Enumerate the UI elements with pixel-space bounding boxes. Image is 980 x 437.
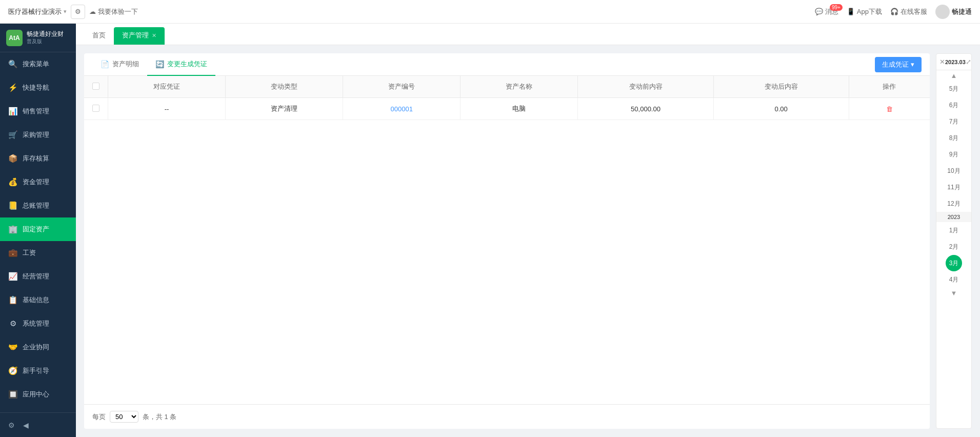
cal-active-month-btn[interactable]: 3月 <box>946 255 962 271</box>
cal-month-6月: 6月 <box>936 97 971 113</box>
cal-month-7月: 7月 <box>936 113 971 130</box>
sidebar-item-label-ledger: 总账管理 <box>23 201 49 210</box>
customer-service-button[interactable]: 🎧 在线客服 <box>890 7 927 16</box>
sidebar-item-label-basic-info: 基础信息 <box>23 295 49 305</box>
cal-month-btn-11月[interactable]: 11月 <box>947 179 960 195</box>
generate-voucher-button[interactable]: 生成凭证 ▾ <box>875 57 922 72</box>
col-before-change: 变动前内容 <box>578 76 713 98</box>
calendar-close-button[interactable]: ✕ <box>939 58 945 66</box>
message-badge: 99+ <box>830 4 843 11</box>
sidebar-item-guide[interactable]: 🧭 新手引导 <box>0 359 76 383</box>
sidebar-item-label-system: 系统管理 <box>23 319 49 328</box>
cal-month-btn-7月[interactable]: 7月 <box>949 113 959 130</box>
col-asset-name: 资产名称 <box>461 76 578 98</box>
sidebar-item-system[interactable]: ⚙ 系统管理 <box>0 312 76 335</box>
cal-2023-month-btn-4月[interactable]: 4月 <box>949 271 959 288</box>
tab-asset-mgmt-label: 资产管理 <box>122 31 149 40</box>
cal-2023-month-btn-1月[interactable]: 1月 <box>949 222 959 239</box>
col-asset-code: 资产编号 <box>343 76 461 98</box>
sidebar-item-label-fixed-assets: 固定资产 <box>23 225 49 234</box>
sidebar-item-fixed-assets[interactable]: 🏢 固定资产 <box>0 217 76 241</box>
tab-asset-mgmt[interactable]: 资产管理 ✕ <box>114 27 165 45</box>
row-0-action: 🗑 <box>849 98 930 120</box>
sidebar-item-label-quick-nav: 快捷导航 <box>23 83 49 92</box>
cal-2023-month-2月: 2月 <box>936 239 971 255</box>
app-download-button[interactable]: 📱 App下载 <box>847 7 882 16</box>
logo-text: 畅捷通好业财 <box>27 30 64 38</box>
row-0-voucher: -- <box>108 98 226 120</box>
logo-abbr: AtA <box>9 34 19 42</box>
calendar-expand-button[interactable]: ⤢ <box>966 58 971 66</box>
sidebar-item-ledger[interactable]: 📒 总账管理 <box>0 194 76 217</box>
top-header: 医疗器械行业演示 ▾ ⚙ ☁ 我要体验一下 💬 消息 99+ 📱 App下载 🎧… <box>0 0 980 24</box>
subtab-asset-detail[interactable]: 📄 资产明细 <box>92 53 147 76</box>
table-area: 对应凭证 变动类型 资产编号 资产名称 变动前内容 变动后内容 操作 <box>84 76 930 404</box>
cal-2023-month-1月: 1月 <box>936 222 971 239</box>
sidebar-item-salary[interactable]: 💼 工资 <box>0 241 76 265</box>
avatar <box>935 5 950 19</box>
experience-button[interactable]: ☁ 我要体验一下 <box>89 7 138 16</box>
sidebar-item-quick-nav[interactable]: ⚡ 快捷导航 <box>0 76 76 100</box>
sidebar-item-basic-info[interactable]: 📋 基础信息 <box>0 288 76 312</box>
change-icon: 🔄 <box>155 60 164 68</box>
cloud-icon: ☁ <box>89 8 96 15</box>
app-download-label: App下载 <box>857 7 882 16</box>
row-0-select-checkbox[interactable] <box>92 105 99 112</box>
ledger-icon: 📒 <box>8 201 17 210</box>
message-button[interactable]: 💬 消息 99+ <box>815 7 838 16</box>
sidebar-item-purchase[interactable]: 🛒 采购管理 <box>0 123 76 147</box>
cal-month-btn-5月[interactable]: 5月 <box>949 81 959 97</box>
sidebar-footer: ⚙ ◀ <box>0 412 76 437</box>
username: 畅捷通 <box>952 7 972 16</box>
sidebar-item-label-sales: 销售管理 <box>23 107 49 116</box>
sidebar-item-label-app-center: 应用中心 <box>23 390 49 399</box>
cal-month-btn-9月[interactable]: 9月 <box>949 146 959 163</box>
calendar-scroll-down-button[interactable]: ▼ <box>936 288 971 298</box>
sidebar: AtA 畅捷通好业财 普及版 🔍 搜索菜单 ⚡ 快捷导航 📊 销售管理 🛒 采购… <box>0 24 76 437</box>
cal-2023-month-3月: 3月 <box>936 255 971 271</box>
cal-month-11月: 11月 <box>936 179 971 195</box>
company-selector[interactable]: 医疗器械行业演示 ▾ <box>8 7 67 16</box>
cal-month-5月: 5月 <box>936 81 971 97</box>
sales-icon: 📊 <box>8 107 17 116</box>
sidebar-item-app-center[interactable]: 🔲 应用中心 <box>0 383 76 406</box>
calendar-scroll[interactable]: ▲ 5月6月7月8月9月10月11月12月 2023 1月2月3月4月 ▼ <box>936 70 971 428</box>
sidebar-nav: 🔍 搜索菜单 ⚡ 快捷导航 📊 销售管理 🛒 采购管理 📦 库存核算 💰 资金管… <box>0 52 76 412</box>
subtab-change-voucher[interactable]: 🔄 变更生成凭证 <box>147 53 215 76</box>
sidebar-item-sales[interactable]: 📊 销售管理 <box>0 100 76 123</box>
sidebar-collapse-button[interactable]: ◀ <box>23 421 29 429</box>
sidebar-item-inventory[interactable]: 📦 库存核算 <box>0 147 76 170</box>
content-area: 首页 资产管理 ✕ 📄 资产明细 🔄 变更生成凭证 <box>76 24 980 437</box>
asset-table: 对应凭证 变动类型 资产编号 资产名称 变动前内容 变动后内容 操作 <box>84 76 930 120</box>
calendar-scroll-up-button[interactable]: ▲ <box>936 70 971 81</box>
cooperation-icon: 🤝 <box>8 343 17 352</box>
col-voucher: 对应凭证 <box>108 76 226 98</box>
cal-month-8月: 8月 <box>936 130 971 146</box>
table-footer: 每页 10 20 50 100 条，共 1 条 <box>84 404 930 429</box>
sidebar-item-label-search: 搜索菜单 <box>23 59 49 69</box>
sidebar-item-operations[interactable]: 📈 经营管理 <box>0 265 76 288</box>
cal-month-btn-10月[interactable]: 10月 <box>947 163 960 179</box>
sidebar-item-search[interactable]: 🔍 搜索菜单 <box>0 52 76 76</box>
basic-info-icon: 📋 <box>8 295 17 305</box>
tab-close-icon[interactable]: ✕ <box>152 32 156 39</box>
select-all-checkbox[interactable] <box>92 83 99 90</box>
dropdown-icon: ▾ <box>911 61 914 68</box>
tab-home[interactable]: 首页 <box>84 27 114 45</box>
sidebar-item-funds[interactable]: 💰 资金管理 <box>0 170 76 194</box>
row-0-asset-name: 电脑 <box>461 98 578 120</box>
cal-month-btn-8月[interactable]: 8月 <box>949 130 959 146</box>
cal-2023-month-btn-2月[interactable]: 2月 <box>949 239 959 255</box>
sidebar-settings-button[interactable]: ⚙ <box>8 421 15 429</box>
cal-month-btn-6月[interactable]: 6月 <box>949 97 959 113</box>
quick-nav-icon: ⚡ <box>8 83 17 92</box>
user-profile[interactable]: 畅捷通 <box>935 5 972 19</box>
sidebar-item-cooperation[interactable]: 🤝 企业协同 <box>0 335 76 359</box>
cal-month-btn-12月[interactable]: 12月 <box>947 195 960 212</box>
tab-home-label: 首页 <box>92 31 106 40</box>
main-panel: 📄 资产明细 🔄 变更生成凭证 生成凭证 ▾ <box>84 53 930 429</box>
row-0-delete-button[interactable]: 🗑 <box>886 105 893 113</box>
per-page-select[interactable]: 10 20 50 100 <box>110 411 138 423</box>
document-icon: 📄 <box>101 60 109 68</box>
settings-button[interactable]: ⚙ <box>71 5 85 19</box>
